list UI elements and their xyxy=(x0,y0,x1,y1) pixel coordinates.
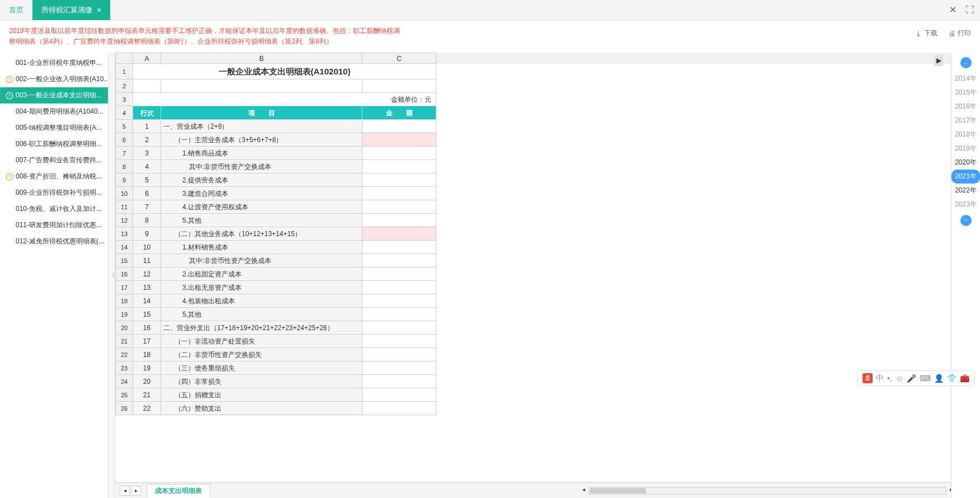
amount-cell[interactable] xyxy=(362,147,436,160)
amount-cell[interactable] xyxy=(362,335,436,348)
row-header-6[interactable]: 6 xyxy=(115,133,133,147)
row-header-20[interactable]: 20 xyxy=(115,321,133,335)
sidebar-item-form-7[interactable]: 007-广告费和业务宣传费跨... xyxy=(0,152,108,168)
row-header-22[interactable]: 22 xyxy=(115,348,133,361)
print-button[interactable]: 🖨 打印 xyxy=(949,29,971,38)
year-item-2022年[interactable]: 2022年 xyxy=(951,184,980,198)
amount-cell[interactable] xyxy=(362,160,436,173)
amount-cell[interactable] xyxy=(362,214,436,227)
amount-cell[interactable] xyxy=(362,267,436,281)
row-header-18[interactable]: 18 xyxy=(115,294,133,308)
ime-user-icon[interactable]: 👤 xyxy=(934,374,944,383)
row-header-24[interactable]: 24 xyxy=(115,375,133,388)
close-icon[interactable]: × xyxy=(97,6,101,15)
amount-cell[interactable] xyxy=(362,254,436,267)
sidebar-item-form-12[interactable]: 012-减免所得税优惠明细表(... xyxy=(0,233,108,250)
row-header-3[interactable]: 3 xyxy=(115,93,133,106)
sheet-nav-first[interactable]: ◂ xyxy=(120,486,130,496)
row-header-11[interactable]: 11 xyxy=(115,200,133,214)
year-item-2020年[interactable]: 2020年 xyxy=(951,156,980,170)
sidebar-item-form-2[interactable]: ?002-一般企业收入明细表(A10... xyxy=(0,71,108,87)
sidebar-item-form-8[interactable]: ?008-资产折旧、摊销及纳税... xyxy=(0,168,108,185)
row-header-5[interactable]: 5 xyxy=(115,120,133,133)
amount-cell[interactable] xyxy=(362,241,436,254)
sidebar-item-form-11[interactable]: 011-研发费用加计扣除优惠... xyxy=(0,217,108,233)
year-item-2018年[interactable]: 2018年 xyxy=(951,128,980,142)
row-header-9[interactable]: 9 xyxy=(115,173,133,187)
amount-cell[interactable] xyxy=(362,120,436,133)
row-header-15[interactable]: 15 xyxy=(115,254,133,267)
ime-toolbox-icon[interactable]: 🧰 xyxy=(960,374,969,383)
item-label: 2.提供劳务成本 xyxy=(161,173,362,187)
horizontal-scrollbar[interactable]: ◂ ▸ xyxy=(588,487,946,495)
sidebar-item-form-10[interactable]: 010-免税、减计收入及加计... xyxy=(0,201,108,217)
amount-cell[interactable] xyxy=(362,133,436,147)
amount-cell[interactable] xyxy=(362,281,436,294)
amount-cell[interactable] xyxy=(362,227,436,241)
year-item-2017年[interactable]: 2017年 xyxy=(951,114,980,128)
amount-cell[interactable] xyxy=(362,348,436,361)
year-scroll-up[interactable]: ︿ xyxy=(960,57,972,68)
sidebar-item-form-4[interactable]: 004-期间费用明细表(A1040... xyxy=(0,104,108,120)
ime-skin-icon[interactable]: 👕 xyxy=(947,374,957,383)
year-item-2019年[interactable]: 2019年 xyxy=(951,142,980,156)
sidebar-item-form-5[interactable]: 005-纳税调整项目明细表(A... xyxy=(0,120,108,136)
amount-cell[interactable] xyxy=(362,375,436,388)
sidebar-collapse-handle[interactable]: 《 xyxy=(109,53,115,498)
sidebar-item-form-9[interactable]: 009-企业所得税弥补亏损明... xyxy=(0,185,108,201)
ime-mic-icon[interactable]: 🎤 xyxy=(907,374,916,383)
fullscreen-icon[interactable]: ⛶ xyxy=(965,5,974,15)
amount-cell[interactable] xyxy=(362,361,436,375)
row-header-17[interactable]: 17 xyxy=(115,281,133,294)
amount-cell[interactable] xyxy=(362,200,436,214)
ime-emoji-icon[interactable]: ☺ xyxy=(896,374,903,383)
amount-cell[interactable] xyxy=(362,321,436,335)
year-item-2021年[interactable]: 2021年 xyxy=(951,170,980,184)
sidebar-item-form-3[interactable]: ?003-一般企业成本支出明细... xyxy=(0,87,108,104)
sheet-nav-last[interactable]: ▸ xyxy=(131,486,141,496)
amount-cell[interactable] xyxy=(362,294,436,308)
sidebar-item-form-1[interactable]: 001-企业所得税年度纳税申... xyxy=(0,55,108,71)
row-header-26[interactable]: 26 xyxy=(115,402,133,415)
col-header-B[interactable]: B xyxy=(161,53,362,64)
sheet-tab[interactable]: 成本支出明细表 xyxy=(147,484,210,498)
ime-keyboard-icon[interactable]: ⌨ xyxy=(920,374,931,383)
amount-cell[interactable] xyxy=(362,173,436,187)
year-scroll-down[interactable]: ﹀ xyxy=(960,215,972,226)
row-header-13[interactable]: 13 xyxy=(115,227,133,241)
row-header-1[interactable]: 1 xyxy=(115,64,133,79)
amount-cell[interactable] xyxy=(362,402,436,415)
tab-tax-settlement[interactable]: 所得税汇算清缴 × xyxy=(32,0,110,20)
row-header-2[interactable]: 2 xyxy=(115,79,133,93)
help-icon: ? xyxy=(6,76,13,83)
amount-cell[interactable] xyxy=(362,187,436,200)
row-header-10[interactable]: 10 xyxy=(115,187,133,200)
ime-logo-icon[interactable]: S xyxy=(863,373,873,383)
row-header-19[interactable]: 19 xyxy=(115,308,133,321)
col-header-C[interactable]: C xyxy=(362,53,436,64)
row-header-8[interactable]: 8 xyxy=(115,160,133,173)
amount-cell[interactable] xyxy=(362,388,436,402)
ime-punct-icon[interactable]: •, xyxy=(887,374,892,383)
row-header-12[interactable]: 12 xyxy=(115,214,133,227)
col-header-A[interactable]: A xyxy=(133,53,161,64)
sidebar-item-form-6[interactable]: 006-职工薪酬纳税调整明细... xyxy=(0,136,108,152)
expand-right-icon[interactable]: ▶ xyxy=(934,55,943,66)
row-header-25[interactable]: 25 xyxy=(115,388,133,402)
year-item-2023年[interactable]: 2023年 xyxy=(951,198,980,212)
ime-lang[interactable]: 中 xyxy=(876,373,884,383)
row-header-4[interactable]: 4 xyxy=(115,106,133,120)
tab-home[interactable]: 首页 xyxy=(0,0,32,20)
close-window-icon[interactable]: ✕ xyxy=(949,4,957,15)
year-item-2014年[interactable]: 2014年 xyxy=(951,72,980,86)
row-header-23[interactable]: 23 xyxy=(115,361,133,375)
download-button[interactable]: ⭳ 下载 xyxy=(915,29,937,38)
tabs-bar: 首页 所得税汇算清缴 × ✕ ⛶ xyxy=(0,0,980,20)
row-header-16[interactable]: 16 xyxy=(115,267,133,281)
amount-cell[interactable] xyxy=(362,308,436,321)
row-header-21[interactable]: 21 xyxy=(115,335,133,348)
year-item-2016年[interactable]: 2016年 xyxy=(951,100,980,114)
row-header-14[interactable]: 14 xyxy=(115,241,133,254)
row-header-7[interactable]: 7 xyxy=(115,147,133,160)
year-item-2015年[interactable]: 2015年 xyxy=(951,86,980,100)
